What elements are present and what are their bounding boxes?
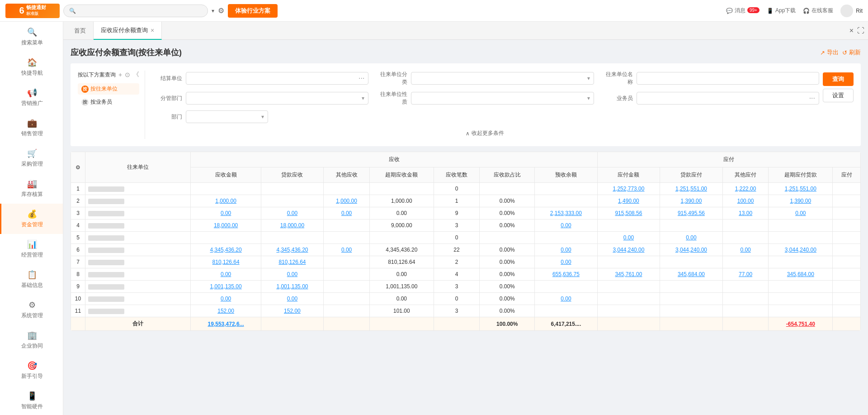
row-ap-amount[interactable]: 345,761.00 — [597, 268, 660, 281]
row-ar-loan[interactable]: 18,000.00 — [261, 219, 324, 232]
query-button[interactable]: 查询 — [823, 72, 854, 86]
row-ar-amount[interactable]: 18,000.00 — [191, 219, 261, 232]
sidebar-item-quick-nav[interactable]: 🏠 快捷导航 — [0, 52, 63, 82]
row-ap-overdue[interactable]: 1,251,551.00 — [769, 183, 833, 195]
row-ar-loan[interactable]: 4,345,436.20 — [261, 244, 324, 256]
row-ar-amount[interactable]: 0.00 — [191, 268, 261, 281]
row-ap-other[interactable]: 13.00 — [722, 207, 769, 219]
row-ap-loan[interactable]: 1,390.00 — [660, 195, 723, 207]
row-ar-prepay[interactable]: 0.00 — [535, 244, 598, 256]
dropdown-arrow-icon[interactable]: ▾ — [212, 8, 214, 14]
row-ap-loan[interactable]: 0.00 — [660, 232, 723, 244]
row-ap-amount[interactable]: 915,508.56 — [597, 207, 660, 219]
row-ar-other[interactable]: 0.00 — [324, 207, 370, 219]
settlement-unit-input[interactable]: ··· — [186, 72, 368, 85]
sidebar-item-finance[interactable]: 💰 资金管理 — [0, 204, 63, 234]
department-input[interactable]: ▾ — [186, 110, 268, 123]
sidebar-item-sales[interactable]: 💼 销售管理 — [0, 113, 63, 143]
row-ar-prepay[interactable]: 0.00 — [535, 219, 598, 232]
row-ap-amount[interactable]: 3,044,240.00 — [597, 244, 660, 256]
settings-button[interactable]: 设置 — [823, 89, 854, 102]
tab-ar-ap[interactable]: 应收应付余额查询 × — [94, 22, 162, 40]
row-ar-prepay[interactable]: 2,153,333.00 — [535, 207, 598, 219]
row-ap-amount[interactable]: 1,490.00 — [597, 195, 660, 207]
footer-ar-total[interactable]: 19,553,472,6... — [191, 317, 261, 331]
row-ap-other[interactable]: 77.00 — [722, 268, 769, 281]
division-input[interactable]: ▾ — [186, 92, 368, 105]
top-search-bar[interactable]: 🔍 — [63, 5, 208, 17]
row-ar-amount[interactable]: 1,000.00 — [191, 195, 261, 207]
row-ap-overdue[interactable]: 1,390.00 — [769, 195, 833, 207]
refresh-button[interactable]: ↺ 刷新 — [842, 48, 861, 57]
row-partner — [85, 305, 191, 317]
window-close-icon[interactable]: × — [849, 27, 854, 35]
window-max-icon[interactable]: ⛶ — [857, 27, 864, 35]
add-scheme-icon[interactable]: + — [118, 71, 122, 78]
partner-category-input[interactable]: ▾ — [411, 72, 594, 85]
row-ap-last — [833, 256, 861, 268]
online-service-btn[interactable]: 🎧 在线客服 — [803, 7, 833, 14]
row-ap-loan[interactable]: 915,495.56 — [660, 207, 723, 219]
sidebar-item-smart-hw[interactable]: 📱 智能硬件 — [0, 386, 63, 415]
partner-nature-input[interactable]: ▾ — [411, 92, 594, 105]
sidebar-item-marketing[interactable]: 📢 营销推广 — [0, 82, 63, 113]
row-ar-loan[interactable]: 810,126.64 — [261, 256, 324, 268]
row-ap-amount — [597, 219, 660, 232]
method-by-partner[interactable]: 按 按往来单位 — [78, 83, 139, 95]
row-ap-amount[interactable]: 1,252,773.00 — [597, 183, 660, 195]
row-ar-loan[interactable]: 1,001,135.00 — [261, 281, 324, 293]
scheme-settings-icon[interactable]: ⊙ — [125, 71, 130, 78]
row-ar-amount[interactable]: 810,126.64 — [191, 256, 261, 268]
sidebar-item-inventory[interactable]: 🏭 库存核算 — [0, 173, 63, 204]
row-ap-other[interactable]: 0.00 — [722, 244, 769, 256]
row-ap-loan[interactable]: 345,684.00 — [660, 268, 723, 281]
collapse-more-btn[interactable]: ∧ 收起更多条件 — [466, 129, 504, 137]
row-ar-loan[interactable]: 0.00 — [261, 268, 324, 281]
col-ar-ratio: 应收款占比 — [480, 167, 535, 183]
row-ap-amount[interactable]: 0.00 — [597, 232, 660, 244]
row-ap-loan[interactable]: 1,251,551.00 — [660, 183, 723, 195]
row-ar-other[interactable]: 1,000.00 — [324, 195, 370, 207]
sidebar-item-guide[interactable]: 🎯 新手引导 — [0, 355, 63, 386]
user-info[interactable]: Rit — [840, 5, 863, 17]
row-ar-prepay[interactable]: 0.00 — [535, 293, 598, 305]
sidebar-item-system[interactable]: ⚙ 系统管理 — [0, 295, 63, 325]
row-ar-amount[interactable]: 0.00 — [191, 207, 261, 219]
department-field: 部门 ▾ — [151, 110, 268, 123]
solution-button[interactable]: 体验行业方案 — [228, 4, 278, 18]
tab-home[interactable]: 首页 — [67, 22, 94, 40]
row-ap-overdue[interactable]: 0.00 — [769, 207, 833, 219]
row-ap-overdue[interactable]: 3,044,240.00 — [769, 244, 833, 256]
sidebar-item-enterprise[interactable]: 🏢 企业协同 — [0, 325, 63, 355]
row-ap-other[interactable]: 1,222.00 — [722, 183, 769, 195]
row-ap-loan[interactable]: 3,044,240.00 — [660, 244, 723, 256]
row-ar-prepay[interactable]: 0.00 — [535, 256, 598, 268]
export-button[interactable]: ↗ 导出 — [820, 48, 839, 57]
row-ar-amount[interactable]: 152.00 — [191, 305, 261, 317]
sidebar-item-business[interactable]: 📊 经营管理 — [0, 234, 63, 264]
row-ar-amount[interactable]: 0.00 — [191, 293, 261, 305]
app-download-btn[interactable]: 📱 App下载 — [767, 7, 796, 14]
row-ar-amount[interactable]: 1,001,135.00 — [191, 281, 261, 293]
row-ar-prepay[interactable]: 655,636.75 — [535, 268, 598, 281]
row-ar-loan[interactable]: 0.00 — [261, 293, 324, 305]
row-ar-amount[interactable]: 4,345,436.20 — [191, 244, 261, 256]
row-ap-other[interactable]: 100.00 — [722, 195, 769, 207]
row-ar-loan[interactable]: 152.00 — [261, 305, 324, 317]
gear-icon[interactable]: ⚙ — [218, 6, 224, 15]
method-by-salesperson[interactable]: 按 按业务员 — [78, 96, 139, 108]
scheme-collapse-icon[interactable]: 《 — [133, 71, 139, 79]
footer-ap-overdue[interactable]: -654,751.40 — [769, 317, 833, 331]
sidebar-item-search-menu[interactable]: 🔍 搜索菜单 — [0, 22, 63, 52]
row-ap-overdue[interactable]: 345,684.00 — [769, 268, 833, 281]
sidebar-item-basic-info[interactable]: 📋 基础信息 — [0, 264, 63, 295]
tab-close-icon[interactable]: × — [151, 27, 154, 34]
sidebar-item-purchase[interactable]: 🛒 采购管理 — [0, 143, 63, 173]
table-settings-col[interactable]: ⚙ — [71, 152, 85, 183]
collapse-row: ∧ 收起更多条件 — [151, 128, 819, 139]
row-ar-loan[interactable]: 0.00 — [261, 207, 324, 219]
messages-btn[interactable]: 💬 消息 99+ — [726, 7, 760, 14]
salesperson-input[interactable]: ··· — [637, 92, 819, 105]
partner-name-input[interactable] — [637, 72, 819, 85]
row-ar-other[interactable]: 0.00 — [324, 244, 370, 256]
